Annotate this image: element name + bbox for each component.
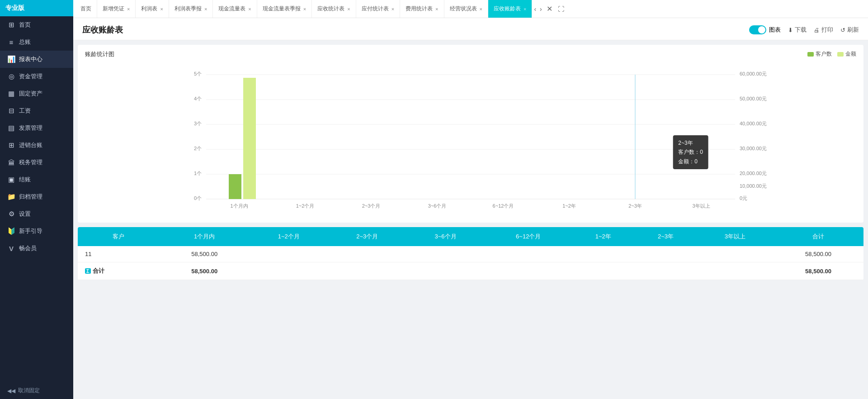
sidebar-item-label: 发票管理 [19,124,42,132]
svg-text:50,000.00元: 50,000.00元 [740,96,767,101]
svg-text:60,000.00元: 60,000.00元 [740,71,767,76]
data-table: 客户 1个月内 1~2个月 2~3个月 3~6个月 6~12个月 1~2年 2~… [78,227,863,280]
tax-icon: 🏛 [7,159,15,166]
tab-ar-aging[interactable]: 应收账龄表 × [488,0,532,18]
tooltip-customers-value: 0 [700,149,703,155]
guide-icon: 🔰 [7,227,15,235]
tab-prev-button[interactable]: ‹ [532,0,538,18]
tab-profit-close[interactable]: × [160,6,163,12]
tab-ar-stats-close[interactable]: × [347,6,350,12]
table-row: 11 58,500.00 58,500.00 [78,246,863,262]
col-m2-3: 2~3个月 [328,227,406,246]
sidebar-item-funds[interactable]: ◎ 资金管理 [0,68,73,85]
svg-text:0元: 0元 [740,195,747,201]
tab-cashflow-quarter[interactable]: 现金流量表季报 × [257,0,312,18]
sidebar-item-reports[interactable]: 📊 报表中心 [0,51,73,68]
legend-amount: 金额 [837,50,856,58]
ledger-icon: ≡ [7,38,15,46]
tooltip-amount: 金额：0 [678,157,703,166]
sidebar-item-salary[interactable]: ⊟ 工资 [0,102,73,119]
cell-m2-3 [328,246,406,262]
tab-home-label: 首页 [80,5,91,13]
tab-biz-status-close[interactable]: × [480,6,482,12]
total-y2-3 [634,262,697,280]
svg-text:1~2年: 1~2年 [562,203,576,209]
sidebar-item-closing[interactable]: ▣ 结账 [0,171,73,188]
svg-text:2~3年: 2~3年 [628,203,642,209]
tab-cashflow-quarter-label: 现金流量表季报 [263,5,301,13]
refresh-label: 刷新 [847,26,859,34]
sidebar-item-label: 首页 [19,21,31,29]
svg-text:2个: 2个 [194,146,202,151]
page-title: 应收账龄表 [82,24,123,35]
tab-ap-stats-close[interactable]: × [392,6,394,12]
col-customer: 客户 [78,227,159,246]
total-row-label: 合计 [93,267,104,275]
download-button[interactable]: ⬇ 下载 [788,26,807,34]
legend-amount-box [837,52,844,57]
sidebar-item-vip[interactable]: V 畅会员 [0,240,73,257]
svg-text:1~2个月: 1~2个月 [296,203,315,209]
legend-customers: 客户数 [807,50,832,58]
refresh-button[interactable]: ↺ 刷新 [840,26,859,34]
sidebar-item-ledger[interactable]: ≡ 总账 [0,33,73,51]
total-m1-2 [250,262,328,280]
svg-text:6~12个月: 6~12个月 [493,203,514,209]
tab-ar-stats[interactable]: 应收统计表 × [312,0,356,18]
tooltip-amount-label: 金额 [678,158,689,165]
tab-voucher-close[interactable]: × [127,6,130,12]
legend-customers-label: 客户数 [816,50,832,58]
tab-expense[interactable]: 费用统计表 × [400,0,444,18]
download-icon: ⬇ [788,27,793,33]
sidebar-item-home[interactable]: ⊞ 首页 [0,16,73,33]
tab-expense-close[interactable]: × [435,6,438,12]
tab-expand-button[interactable]: ⛶ [555,0,567,18]
sidebar-item-tax[interactable]: 🏛 税务管理 [0,154,73,171]
tab-cashflow-quarter-close[interactable]: × [303,6,306,12]
tab-next-button[interactable]: › [538,0,544,18]
sidebar-item-label: 工资 [19,107,31,115]
sidebar-item-settings[interactable]: ⚙ 设置 [0,205,73,223]
tab-profit[interactable]: 利润表 × [136,0,169,18]
sidebar-item-label: 畅会员 [19,244,37,252]
tab-biz-status-label: 经营状况表 [450,5,477,13]
svg-text:3个: 3个 [194,121,202,126]
sidebar-item-inventory[interactable]: ⊞ 进销台账 [0,137,73,154]
sidebar: 专业版 ⊞ 首页 ≡ 总账 📊 报表中心 ◎ 资金管理 ▦ 固定资产 ⊟ 工资 … [0,0,73,399]
bar-customers-0 [229,174,241,199]
print-button[interactable]: 🖨 打印 [814,26,833,34]
total-m3-6 [406,262,485,280]
chart-toggle[interactable] [749,25,766,34]
col-y3plus: 3年以上 [697,227,773,246]
sidebar-item-assets[interactable]: ▦ 固定资产 [0,85,73,102]
sidebar-item-archive[interactable]: 📁 归档管理 [0,188,73,205]
tab-voucher[interactable]: 新增凭证 × [97,0,136,18]
sidebar-item-label: 税务管理 [19,158,42,166]
chart-svg: 5个 4个 3个 2个 1个 0个 60,000.00元 50,000.00元 … [85,62,856,216]
sidebar-item-label: 进销台账 [19,141,42,149]
cell-m6-12 [485,246,572,262]
sidebar-pin-toggle[interactable]: ◀◀ 取消固定 [0,382,73,399]
tab-close-all-button[interactable]: ✕ [544,0,555,18]
tab-expense-label: 费用统计表 [406,5,433,13]
cell-m1-2 [250,246,328,262]
tab-profit-quarter-close[interactable]: × [204,6,207,12]
sidebar-item-invoice[interactable]: ▤ 发票管理 [0,119,73,137]
tab-home[interactable]: 首页 [75,0,97,18]
sidebar-item-guide[interactable]: 🔰 新手引导 [0,223,73,240]
tab-cashflow-close[interactable]: × [248,6,251,12]
pin-label: 取消固定 [18,387,40,394]
tab-profit-quarter[interactable]: 利润表季报 × [169,0,213,18]
tab-biz-status[interactable]: 经营状况表 × [444,0,488,18]
tab-cashflow[interactable]: 现金流量表 × [213,0,257,18]
total-m6-12 [485,262,572,280]
print-icon: 🖨 [814,27,820,33]
print-label: 打印 [821,26,833,34]
tab-ar-aging-close[interactable]: × [524,6,526,12]
tab-ap-stats[interactable]: 应付统计表 × [356,0,400,18]
svg-text:4个: 4个 [194,96,202,101]
sidebar-item-label: 新手引导 [19,227,42,235]
sidebar-item-label: 归档管理 [19,193,42,201]
chart-area: 账龄统计图 客户数 金额 5个 4个 3个 2个 [78,45,863,223]
tab-ap-stats-label: 应付统计表 [362,5,389,13]
